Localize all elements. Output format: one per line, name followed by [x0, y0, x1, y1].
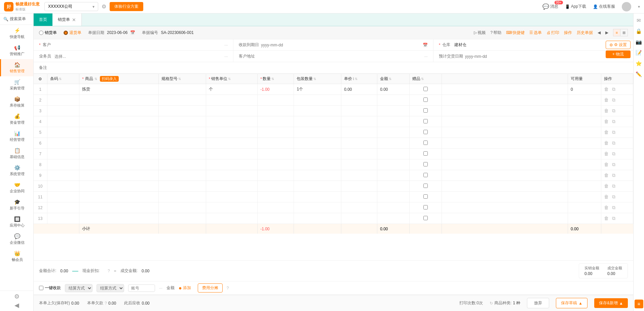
- delete-row-btn[interactable]: 🗑: [604, 140, 609, 146]
- sort-amount-icon[interactable]: ⇅: [389, 77, 391, 81]
- copy-row-btn[interactable]: ⧉: [612, 86, 615, 92]
- delete-row-btn[interactable]: 🗑: [604, 97, 609, 103]
- payment-method-select[interactable]: 结算方式: [65, 284, 92, 292]
- customer-ellipsis[interactable]: ···: [224, 43, 228, 47]
- sort-unit-icon[interactable]: ⇅: [228, 77, 231, 81]
- salesperson-field[interactable]: 业务员 ···: [34, 51, 233, 62]
- bill-type-sales[interactable]: 销货单: [39, 30, 57, 36]
- th-settings[interactable]: ⚙: [34, 74, 47, 84]
- shortcut-btn[interactable]: ⌨ 快捷键: [506, 30, 525, 36]
- remark-field[interactable]: 备注: [34, 62, 633, 74]
- sidebar-item-cooperation[interactable]: 🤝 企业协同: [0, 179, 33, 196]
- logistics-btn[interactable]: + 物流: [606, 50, 631, 58]
- bill-type-return[interactable]: 退货单: [64, 30, 81, 36]
- expense-split-btn[interactable]: 费用分摊: [198, 283, 223, 293]
- rp-message-icon[interactable]: ✉: [635, 16, 643, 25]
- sort-pkg-icon[interactable]: ⇅: [313, 77, 316, 81]
- video-btn[interactable]: ▷ 视频: [474, 30, 486, 36]
- sidebar-item-apps[interactable]: 🔲 应用中心: [0, 213, 33, 231]
- history-btn[interactable]: 历史单据: [577, 30, 593, 36]
- copy-row-btn[interactable]: ⧉: [612, 194, 615, 199]
- rp-pencil-icon[interactable]: ✏️: [635, 70, 643, 79]
- gift-checkbox[interactable]: [423, 194, 428, 199]
- salesperson-ellipsis[interactable]: ···: [224, 54, 228, 59]
- prev-nav-btn[interactable]: ◀: [598, 30, 601, 35]
- copy-row-btn[interactable]: ⧉: [612, 162, 615, 167]
- sort-barcode-icon[interactable]: ⇅: [59, 77, 62, 81]
- help-q-icon[interactable]: ?: [108, 269, 110, 273]
- sort-gift-icon[interactable]: ⇅: [421, 77, 424, 81]
- sort-product-icon[interactable]: ⇅: [94, 77, 97, 81]
- select-bill-btn[interactable]: ☰ 选单: [529, 30, 542, 36]
- delete-row-btn[interactable]: 🗑: [604, 119, 609, 124]
- sidebar-item-finance[interactable]: 💰 资金管理: [0, 111, 33, 128]
- copy-row-btn[interactable]: ⧉: [612, 140, 615, 146]
- sidebar-item-wechat[interactable]: 💬 企业微信: [0, 231, 33, 248]
- trial-btn[interactable]: 体验行业方案: [110, 2, 143, 11]
- price-info-icon[interactable]: ℹ: [353, 77, 354, 81]
- gift-checkbox[interactable]: [423, 216, 428, 220]
- one-click-checkbox[interactable]: [39, 286, 43, 290]
- delete-row-btn[interactable]: 🗑: [604, 108, 609, 113]
- delivery-date-field[interactable]: 预计交货日期 📅: [433, 51, 633, 62]
- one-click-payment-label[interactable]: 一键收款: [39, 285, 61, 291]
- rp-star-icon[interactable]: ⭐: [635, 59, 643, 68]
- minus-icon[interactable]: —: [72, 267, 78, 274]
- operate-btn[interactable]: 操作: [564, 30, 572, 36]
- copy-row-btn[interactable]: ⧉: [612, 216, 615, 221]
- sidebar-item-guide[interactable]: 🎓 新手引导: [0, 196, 33, 213]
- customer-input[interactable]: [58, 43, 223, 47]
- rp-edit-icon[interactable]: 📝: [635, 48, 643, 57]
- radio-return[interactable]: [64, 31, 68, 35]
- current-owe-icon[interactable]: ?: [105, 301, 107, 306]
- customer-field[interactable]: * 客户 ···: [34, 39, 233, 51]
- help-btn[interactable]: ? 帮助: [490, 30, 501, 36]
- rp-lock-icon[interactable]: 🔒: [635, 27, 643, 36]
- sidebar-item-member[interactable]: 👑 畅会员: [0, 248, 33, 265]
- add-payment-btn[interactable]: ● 添加: [179, 285, 191, 291]
- copy-row-btn[interactable]: ⧉: [612, 108, 615, 113]
- user-dropdown-icon[interactable]: ▾: [638, 4, 640, 9]
- sidebar-item-management[interactable]: 📊 经营管理: [0, 128, 33, 145]
- print-btn[interactable]: 🖨 打印: [546, 30, 559, 36]
- salesperson-input[interactable]: [54, 54, 222, 59]
- copy-row-btn[interactable]: ⧉: [612, 129, 615, 135]
- sort-qty-icon[interactable]: ⇅: [271, 77, 274, 81]
- customer-address-field[interactable]: 客户地址 ···: [233, 51, 433, 62]
- address-ellipsis[interactable]: ···: [424, 54, 428, 59]
- delete-row-btn[interactable]: 🗑: [604, 129, 609, 135]
- copy-row-btn[interactable]: ⧉: [612, 119, 615, 124]
- settings-btn[interactable]: ⚙ ⚙ 设置: [606, 41, 631, 49]
- settings-gear-icon[interactable]: ⚙: [38, 77, 42, 81]
- gift-checkbox[interactable]: [423, 173, 428, 177]
- copy-row-btn[interactable]: ⧉: [612, 183, 615, 189]
- payment-date-calendar-icon[interactable]: 📅: [423, 43, 428, 47]
- copy-row-btn[interactable]: ⧉: [612, 205, 615, 210]
- list-view-btn[interactable]: ≡: [613, 29, 620, 36]
- warehouse-field[interactable]: * 仓库 建材仓 ··· ⚙ ⚙ 设置 + 物流: [433, 39, 633, 51]
- sidebar-item-inventory[interactable]: 📦 库存核算: [0, 93, 33, 111]
- sidebar-item-quick-nav[interactable]: ⚡ 快捷导航: [0, 25, 33, 42]
- gift-checkbox[interactable]: [423, 108, 428, 113]
- message-btn[interactable]: 💬 99+ 消息: [542, 3, 558, 10]
- address-input[interactable]: [257, 54, 422, 59]
- gift-checkbox[interactable]: [423, 162, 428, 166]
- calendar-icon[interactable]: 📅: [130, 30, 135, 35]
- gift-checkbox[interactable]: [423, 130, 428, 134]
- payment-account-input[interactable]: [128, 284, 155, 292]
- copy-row-btn[interactable]: ⧉: [612, 151, 615, 156]
- sidebar-item-basic-info[interactable]: 📋 基础信息: [0, 145, 33, 162]
- payment-account-select[interactable]: 结算方式: [97, 284, 124, 292]
- discard-btn[interactable]: 放弃: [527, 298, 549, 308]
- gift-checkbox[interactable]: [423, 87, 428, 91]
- gift-checkbox[interactable]: [423, 184, 428, 188]
- delete-row-btn[interactable]: 🗑: [604, 151, 609, 156]
- remark-input[interactable]: [54, 66, 628, 70]
- delete-row-btn[interactable]: 🗑: [604, 183, 609, 189]
- payment-help-icon[interactable]: ?: [227, 286, 229, 290]
- radio-sales[interactable]: [39, 31, 43, 35]
- payment-date-input[interactable]: [261, 43, 420, 47]
- sort-spec-icon[interactable]: ⇅: [178, 77, 181, 81]
- grid-view-btn[interactable]: ⊞: [620, 29, 628, 36]
- delete-row-btn[interactable]: 🗑: [604, 194, 609, 199]
